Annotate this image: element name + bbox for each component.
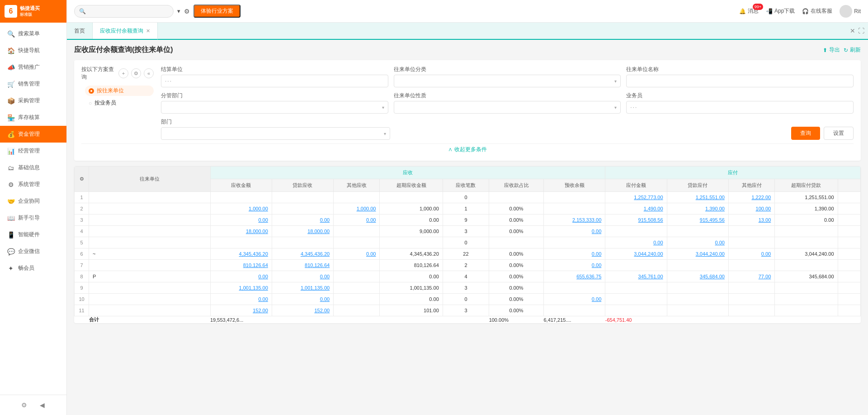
table-cell[interactable] <box>210 237 272 248</box>
messages-button[interactable]: 🔔 消息 99+ <box>739 7 759 15</box>
table-cell[interactable] <box>334 237 380 248</box>
table-cell[interactable]: 77.00 <box>728 271 774 282</box>
table-cell[interactable]: 1,252,773.00 <box>605 192 667 203</box>
sidebar-item-guide[interactable]: 📖 新手引导 <box>0 210 66 226</box>
table-cell[interactable] <box>210 192 272 203</box>
table-cell[interactable] <box>605 282 667 294</box>
table-cell[interactable]: 345,684.00 <box>667 271 728 282</box>
table-cell[interactable]: 0.00 <box>210 271 272 282</box>
sidebar-item-system[interactable]: ⚙ 系统管理 <box>0 176 66 193</box>
table-cell[interactable]: 915,495.56 <box>667 215 728 226</box>
salesperson-input[interactable]: ··· <box>626 101 854 114</box>
sidebar-item-inventory[interactable]: 🏪 库存核算 <box>0 109 66 126</box>
table-cell[interactable]: 2,153,333.00 <box>543 215 605 226</box>
settlement-unit-input[interactable]: ··· <box>161 75 388 87</box>
unit-category-input[interactable]: ▾ <box>394 75 621 87</box>
table-cell[interactable] <box>728 237 774 248</box>
table-cell[interactable] <box>667 260 728 271</box>
table-cell[interactable] <box>728 294 774 305</box>
table-cell[interactable] <box>605 226 667 237</box>
promo-button[interactable]: 体验行业方案 <box>193 5 241 18</box>
sidebar-item-marketing[interactable]: 📣 营销推广 <box>0 59 66 76</box>
table-cell[interactable] <box>334 226 380 237</box>
table-cell[interactable] <box>728 260 774 271</box>
filter-mode-by-staff[interactable]: ○ 按业务员 <box>85 98 154 108</box>
sidebar-item-purchase[interactable]: 📦 采购管理 <box>0 92 66 109</box>
table-cell[interactable]: 1,000.00 <box>210 203 272 215</box>
table-cell[interactable]: 18,000.00 <box>210 226 272 237</box>
table-cell[interactable]: 345,761.00 <box>605 271 667 282</box>
unit-name-input[interactable] <box>626 75 854 87</box>
table-cell[interactable]: 0.00 <box>543 226 605 237</box>
collapse-bar[interactable]: ∧ 收起更多条件 <box>81 143 854 155</box>
settings-button[interactable]: ⚙ <box>16 399 33 411</box>
tab-close-icon[interactable]: ✕ <box>146 28 150 34</box>
table-cell[interactable]: 4,345,436.20 <box>210 248 272 260</box>
table-cell[interactable]: 3,044,240.00 <box>605 248 667 260</box>
table-cell[interactable] <box>605 305 667 316</box>
table-cell[interactable] <box>334 271 380 282</box>
refresh-button[interactable]: ↻ 刷新 <box>844 46 861 54</box>
app-download-button[interactable]: 📲 App下载 <box>766 7 795 15</box>
table-cell[interactable]: 0.00 <box>334 248 380 260</box>
table-cell[interactable]: 13.00 <box>728 215 774 226</box>
table-cell[interactable]: 4,345,436.20 <box>272 248 333 260</box>
header-search[interactable]: 🔍 <box>74 5 174 18</box>
table-cell[interactable]: 0.00 <box>543 260 605 271</box>
sidebar-item-collab[interactable]: 🤝 企业协同 <box>0 193 66 210</box>
table-cell[interactable]: 810,126.64 <box>210 260 272 271</box>
filter-settings-button[interactable]: ⚙ <box>131 68 141 78</box>
table-cell[interactable] <box>667 305 728 316</box>
table-cell[interactable] <box>272 203 333 215</box>
table-cell[interactable] <box>605 294 667 305</box>
header-gear-icon[interactable]: ⚙ <box>184 8 190 15</box>
table-cell[interactable]: 1,001,135.00 <box>210 282 272 294</box>
filter-collapse-button[interactable]: « <box>144 68 154 78</box>
table-cell[interactable] <box>334 282 380 294</box>
sidebar-item-search[interactable]: 🔍 搜索菜单 <box>0 25 66 42</box>
export-button[interactable]: ⬆ 导出 <box>823 46 840 54</box>
table-cell[interactable] <box>605 260 667 271</box>
online-service-button[interactable]: 🎧 在线客服 <box>802 7 832 15</box>
sidebar-item-operations[interactable]: 📊 经营管理 <box>0 143 66 159</box>
table-cell[interactable]: 0.00 <box>728 248 774 260</box>
table-cell[interactable] <box>272 237 333 248</box>
table-cell[interactable] <box>667 294 728 305</box>
table-cell[interactable]: 0.00 <box>272 215 333 226</box>
table-cell[interactable]: 0.00 <box>210 294 272 305</box>
sidebar-item-member[interactable]: ✦ 畅会员 <box>0 260 66 277</box>
table-cell[interactable] <box>334 294 380 305</box>
table-cell[interactable] <box>543 237 605 248</box>
table-cell[interactable] <box>667 282 728 294</box>
table-cell[interactable] <box>272 192 333 203</box>
tab-ar-ap[interactable]: 应收应付余额查询 ✕ <box>93 23 158 40</box>
table-cell[interactable]: 1,390.00 <box>667 203 728 215</box>
query-button[interactable]: 查询 <box>791 127 820 140</box>
table-cell[interactable] <box>543 203 605 215</box>
table-cell[interactable]: 1,000.00 <box>334 203 380 215</box>
table-cell[interactable]: 18,000.00 <box>272 226 333 237</box>
table-cell[interactable]: 915,508.56 <box>605 215 667 226</box>
dropdown-arrow[interactable]: ▾ <box>177 8 180 14</box>
maximize-button[interactable]: ⛶ <box>858 27 864 34</box>
table-cell[interactable]: 0.00 <box>543 294 605 305</box>
sidebar-item-hardware[interactable]: 📱 智能硬件 <box>0 226 66 243</box>
table-cell[interactable]: 655,636.75 <box>543 271 605 282</box>
table-cell[interactable]: 3,044,240.00 <box>667 248 728 260</box>
table-cell[interactable]: 810,126.64 <box>272 260 333 271</box>
table-cell[interactable] <box>543 282 605 294</box>
sidebar-item-quick-nav[interactable]: 🏠 快捷导航 <box>0 42 66 59</box>
sidebar-item-wechat[interactable]: 💬 企业微信 <box>0 243 66 260</box>
table-cell[interactable]: 1,251,551.00 <box>667 192 728 203</box>
filter-add-button[interactable]: + <box>118 68 128 78</box>
table-cell[interactable]: 1,490.00 <box>605 203 667 215</box>
table-cell[interactable]: 0.00 <box>210 215 272 226</box>
sidebar-item-basic[interactable]: 🗂 基础信息 <box>0 159 66 176</box>
table-cell[interactable]: 152.00 <box>272 305 333 316</box>
table-cell[interactable]: 0.00 <box>334 215 380 226</box>
filter-mode-by-unit[interactable]: 按往来单位 <box>85 86 154 96</box>
table-cell[interactable]: 0.00 <box>543 248 605 260</box>
table-cell[interactable] <box>334 192 380 203</box>
table-cell[interactable]: 1,001,135.00 <box>272 282 333 294</box>
table-cell[interactable] <box>728 282 774 294</box>
